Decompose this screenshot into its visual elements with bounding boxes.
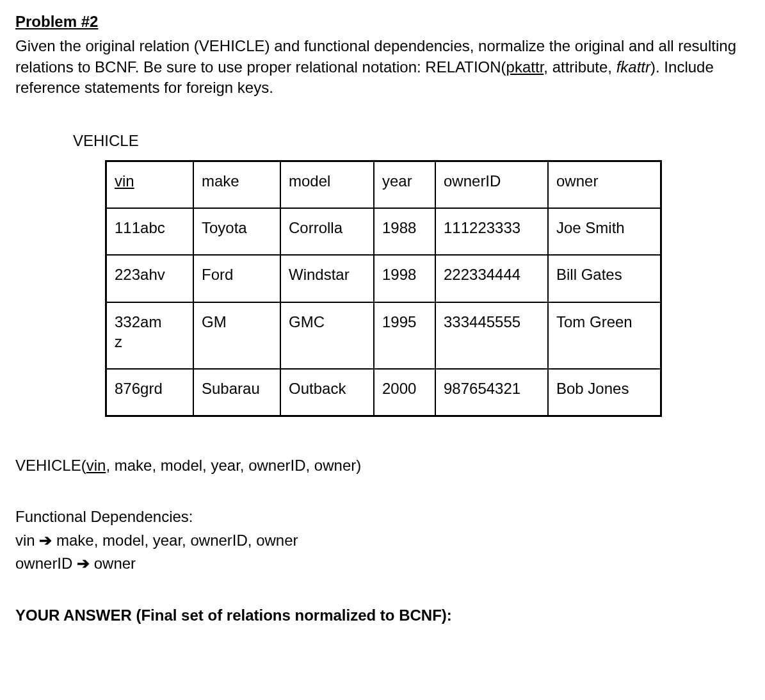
cell-vin: 876grd xyxy=(106,369,194,416)
cell-owner: Bill Gates xyxy=(548,255,661,302)
cell-make: Subarau xyxy=(193,369,280,416)
cell-owner: Joe Smith xyxy=(548,208,661,255)
cell-year: 1995 xyxy=(374,302,435,369)
table-row: 111abc Toyota Corrolla 1988 111223333 Jo… xyxy=(106,208,661,255)
relation-schema: VEHICLE(vin, make, model, year, ownerID,… xyxy=(15,455,750,476)
cell-make: Ford xyxy=(193,255,280,302)
cell-model: Outback xyxy=(280,369,374,416)
fd-line-2: ownerID ➔ owner xyxy=(15,553,750,574)
cell-year: 1988 xyxy=(374,208,435,255)
schema-rel: VEHICLE( xyxy=(15,457,86,474)
table-row: 332am z GM GMC 1995 333445555 Tom Green xyxy=(106,302,661,369)
fd-title: Functional Dependencies: xyxy=(15,507,750,527)
intro-text: Given the original relation (VEHICLE) an… xyxy=(15,36,750,98)
fd2-lhs: ownerID xyxy=(15,555,77,572)
answer-heading: YOUR ANSWER (Final set of relations norm… xyxy=(15,605,750,626)
cell-ownerid: 111223333 xyxy=(435,208,548,255)
schema-rest: , make, model, year, ownerID, owner) xyxy=(106,457,361,474)
arrow-icon: ➔ xyxy=(77,555,90,572)
cell-vin: 332am z xyxy=(106,302,194,369)
cell-year: 2000 xyxy=(374,369,435,416)
table-header-row: vin make model year ownerID owner xyxy=(106,161,661,208)
problem-title: Problem #2 xyxy=(15,12,750,32)
cell-year: 1998 xyxy=(374,255,435,302)
intro-fkattr: fkattr xyxy=(616,58,650,76)
cell-model: Corrolla xyxy=(280,208,374,255)
fd1-rhs: make, model, year, ownerID, owner xyxy=(52,532,298,549)
cell-make: GM xyxy=(193,302,280,369)
col-make: make xyxy=(193,161,280,208)
intro-pkattr: pkattr xyxy=(506,58,544,76)
vehicle-table: vin make model year ownerID owner 111abc… xyxy=(105,160,662,417)
cell-owner: Tom Green xyxy=(548,302,661,369)
intro-mid: , attribute, xyxy=(544,58,616,76)
col-vin: vin xyxy=(115,172,134,190)
schema-pk: vin xyxy=(86,457,106,474)
col-year: year xyxy=(374,161,435,208)
table-row: 876grd Subarau Outback 2000 987654321 Bo… xyxy=(106,369,661,416)
cell-vin: 223ahv xyxy=(106,255,194,302)
cell-model: GMC xyxy=(280,302,374,369)
table-label: VEHICLE xyxy=(73,131,750,151)
table-row: 223ahv Ford Windstar 1998 222334444 Bill… xyxy=(106,255,661,302)
col-owner: owner xyxy=(548,161,661,208)
cell-ownerid: 333445555 xyxy=(435,302,548,369)
col-ownerid: ownerID xyxy=(435,161,548,208)
cell-model: Windstar xyxy=(280,255,374,302)
arrow-icon: ➔ xyxy=(39,532,52,549)
cell-ownerid: 222334444 xyxy=(435,255,548,302)
cell-vin: 111abc xyxy=(106,208,194,255)
fd2-rhs: owner xyxy=(90,555,136,572)
fd1-lhs: vin xyxy=(15,532,39,549)
cell-owner: Bob Jones xyxy=(548,369,661,416)
cell-ownerid: 987654321 xyxy=(435,369,548,416)
cell-make: Toyota xyxy=(193,208,280,255)
col-model: model xyxy=(280,161,374,208)
fd-line-1: vin ➔ make, model, year, ownerID, owner xyxy=(15,530,750,551)
